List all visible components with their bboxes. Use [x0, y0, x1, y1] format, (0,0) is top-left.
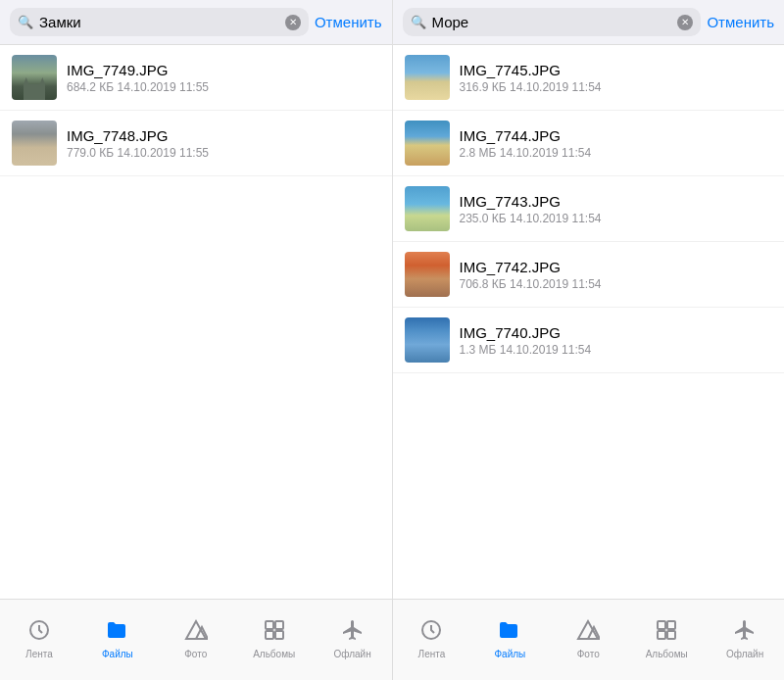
tab-label: Лента: [418, 649, 446, 659]
left-file-list: IMG_7749.JPG684.2 КБ 14.10.2019 11:55IMG…: [0, 45, 392, 599]
file-meta: 706.8 КБ 14.10.2019 11:54: [460, 277, 773, 291]
right-search-wrapper: 🔍✕: [403, 8, 702, 36]
right-search-bar: 🔍✕Отменить: [393, 0, 785, 45]
list-item[interactable]: IMG_7740.JPG1.3 МБ 14.10.2019 11:54: [393, 308, 785, 373]
tab-label: Файлы: [494, 649, 525, 659]
list-item[interactable]: IMG_7745.JPG316.9 КБ 14.10.2019 11:54: [393, 45, 785, 111]
airplane-icon: [341, 618, 365, 646]
file-info: IMG_7740.JPG1.3 МБ 14.10.2019 11:54: [460, 324, 773, 357]
file-thumbnail: [405, 121, 450, 166]
albums-icon: [655, 618, 678, 646]
file-thumbnail: [12, 121, 57, 166]
file-meta: 684.2 КБ 14.10.2019 11:55: [67, 80, 380, 94]
file-meta: 235.0 КБ 14.10.2019 11:54: [460, 212, 773, 225]
search-icon: 🔍: [411, 15, 426, 29]
file-name: IMG_7742.JPG: [460, 259, 773, 275]
right-pane: 🔍✕ОтменитьIMG_7745.JPG316.9 КБ 14.10.201…: [393, 0, 785, 599]
list-item[interactable]: IMG_7749.JPG684.2 КБ 14.10.2019 11:55: [0, 45, 392, 111]
file-thumbnail: [12, 55, 57, 100]
left-pane: 🔍✕ОтменитьIMG_7749.JPG684.2 КБ 14.10.201…: [0, 0, 393, 599]
left-clear-button[interactable]: ✕: [285, 15, 301, 30]
folder-icon: [106, 618, 129, 646]
tab-item-tape[interactable]: Лента: [0, 600, 78, 680]
tab-item-photo2[interactable]: Фото: [549, 600, 627, 680]
file-info: IMG_7742.JPG706.8 КБ 14.10.2019 11:54: [460, 259, 773, 291]
tab-item-tape2[interactable]: Лента: [393, 600, 471, 680]
list-item[interactable]: IMG_7743.JPG235.0 КБ 14.10.2019 11:54: [393, 176, 785, 242]
right-search-input[interactable]: [432, 14, 672, 30]
search-icon: 🔍: [18, 15, 33, 29]
folder-icon: [498, 618, 521, 646]
tab-label: Альбомы: [646, 649, 688, 659]
svg-rect-3: [266, 621, 273, 629]
right-tab-half: Лента Файлы Фото Альбомы Офлайн: [393, 600, 785, 680]
file-thumbnail: [405, 317, 450, 363]
airplane-icon: [733, 618, 757, 646]
file-name: IMG_7749.JPG: [67, 62, 380, 78]
file-name: IMG_7744.JPG: [460, 127, 773, 144]
file-info: IMG_7745.JPG316.9 КБ 14.10.2019 11:54: [460, 62, 773, 94]
tab-label: Офлайн: [726, 649, 763, 659]
file-name: IMG_7740.JPG: [460, 324, 773, 341]
clock-icon: [419, 618, 443, 646]
tab-item-offline2[interactable]: Офлайн: [706, 600, 784, 680]
file-name: IMG_7748.JPG: [67, 127, 380, 144]
file-info: IMG_7748.JPG779.0 КБ 14.10.2019 11:55: [67, 127, 380, 160]
mountain-icon: [576, 618, 600, 646]
left-cancel-button[interactable]: Отменить: [315, 14, 382, 30]
file-info: IMG_7749.JPG684.2 КБ 14.10.2019 11:55: [67, 62, 380, 94]
tab-label: Фото: [577, 649, 600, 659]
file-info: IMG_7744.JPG2.8 МБ 14.10.2019 11:54: [460, 127, 773, 160]
tab-label: Файлы: [102, 649, 133, 659]
file-meta: 316.9 КБ 14.10.2019 11:54: [460, 80, 773, 94]
left-search-input[interactable]: [39, 14, 279, 30]
left-search-wrapper: 🔍✕: [10, 8, 309, 36]
right-cancel-button[interactable]: Отменить: [707, 14, 774, 30]
svg-rect-13: [667, 631, 675, 639]
list-item[interactable]: IMG_7744.JPG2.8 МБ 14.10.2019 11:54: [393, 111, 785, 176]
tab-item-albums[interactable]: Альбомы: [235, 600, 314, 680]
tab-label: Офлайн: [333, 649, 370, 659]
albums-icon: [263, 618, 286, 646]
list-item[interactable]: IMG_7748.JPG779.0 КБ 14.10.2019 11:55: [0, 111, 392, 176]
tab-bar: Лента Файлы Фото Альбомы Офлайн Лента Фа…: [0, 599, 784, 680]
svg-rect-12: [658, 631, 665, 639]
file-thumbnail: [405, 186, 450, 231]
svg-rect-4: [275, 621, 283, 629]
tab-label: Альбомы: [253, 649, 295, 659]
right-clear-button[interactable]: ✕: [677, 15, 693, 30]
file-thumbnail: [405, 55, 450, 100]
clock-icon: [27, 618, 51, 646]
file-name: IMG_7745.JPG: [460, 62, 773, 78]
right-file-list: IMG_7745.JPG316.9 КБ 14.10.2019 11:54IMG…: [393, 45, 785, 599]
tab-label: Лента: [25, 649, 53, 659]
tab-item-offline[interactable]: Офлайн: [314, 600, 392, 680]
svg-rect-5: [266, 631, 273, 639]
left-tab-half: Лента Файлы Фото Альбомы Офлайн: [0, 600, 393, 680]
svg-rect-11: [667, 621, 675, 629]
file-thumbnail: [405, 252, 450, 297]
file-meta: 1.3 МБ 14.10.2019 11:54: [460, 343, 773, 357]
tab-item-photo[interactable]: Фото: [157, 600, 235, 680]
svg-rect-6: [275, 631, 283, 639]
file-info: IMG_7743.JPG235.0 КБ 14.10.2019 11:54: [460, 193, 773, 225]
list-item[interactable]: IMG_7742.JPG706.8 КБ 14.10.2019 11:54: [393, 242, 785, 308]
tab-label: Фото: [184, 649, 207, 659]
tab-item-albums2[interactable]: Альбомы: [627, 600, 706, 680]
tab-item-files[interactable]: Файлы: [78, 600, 157, 680]
mountain-icon: [184, 618, 208, 646]
tab-item-files2[interactable]: Файлы: [470, 600, 549, 680]
left-search-bar: 🔍✕Отменить: [0, 0, 392, 45]
main-content: 🔍✕ОтменитьIMG_7749.JPG684.2 КБ 14.10.201…: [0, 0, 784, 599]
file-meta: 779.0 КБ 14.10.2019 11:55: [67, 146, 380, 160]
file-meta: 2.8 МБ 14.10.2019 11:54: [460, 146, 773, 160]
svg-rect-10: [658, 621, 665, 629]
file-name: IMG_7743.JPG: [460, 193, 773, 210]
